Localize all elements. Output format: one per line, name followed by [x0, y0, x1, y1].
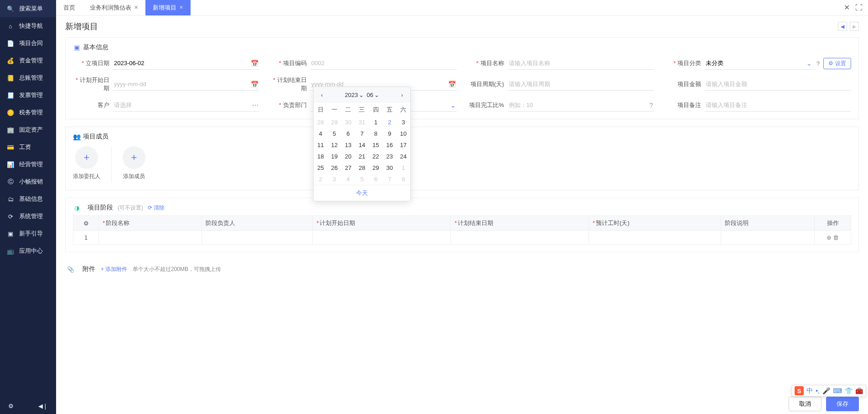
save-button[interactable]: 保存 — [826, 397, 859, 411]
sidebar-item-fixed-assets[interactable]: 🏢固定资产 — [0, 121, 56, 138]
stage-name-cell[interactable] — [99, 231, 202, 245]
sidebar-item-salary[interactable]: 💳工资 — [0, 138, 56, 156]
add-row-icon[interactable]: ⊕ — [827, 234, 832, 241]
stage-desc-cell[interactable] — [721, 231, 815, 245]
tab-profit-forecast[interactable]: 业务利润预估表✕ — [83, 0, 145, 15]
calendar-day[interactable]: 26 — [327, 162, 341, 174]
today-button[interactable]: 今天 — [356, 189, 368, 196]
calendar-day[interactable]: 5 — [327, 128, 341, 139]
tab-home[interactable]: 首页 — [56, 0, 83, 15]
add-member-button[interactable]: +添加成员 — [123, 146, 145, 180]
chevron-down-icon[interactable]: ⌄ — [806, 60, 812, 67]
calendar-day[interactable]: 8 — [397, 174, 410, 185]
help-icon[interactable]: ? — [816, 60, 820, 67]
remark-input[interactable] — [705, 99, 851, 112]
stage-start-cell[interactable] — [313, 231, 451, 245]
stage-hours-cell[interactable] — [589, 231, 721, 245]
next-record-button[interactable]: ▶ — [850, 22, 859, 31]
calendar-day[interactable]: 16 — [382, 139, 396, 151]
prev-record-button[interactable]: ◀ — [838, 22, 847, 31]
calendar-day[interactable]: 28 — [355, 162, 369, 174]
calendar-day[interactable]: 15 — [369, 139, 382, 151]
calendar-day[interactable]: 13 — [341, 139, 355, 151]
calendar-day[interactable]: 29 — [327, 117, 341, 128]
ime-keyboard-icon[interactable]: ⌨ — [833, 387, 842, 394]
ime-skin-icon[interactable]: 👕 — [845, 387, 852, 394]
calendar-icon[interactable]: 📅 — [251, 60, 258, 67]
sidebar-item-invoice[interactable]: 🧾发票管理 — [0, 87, 56, 104]
more-icon[interactable]: ⋯ — [252, 102, 258, 109]
sidebar-item-base-info[interactable]: 🗂基础信息 — [0, 190, 56, 208]
close-icon[interactable]: ✕ — [179, 5, 183, 10]
calendar-day[interactable]: 7 — [355, 128, 369, 139]
sidebar-item-system[interactable]: ⟳系统管理 — [0, 208, 56, 225]
project-code-input[interactable] — [310, 57, 457, 70]
calendar-day[interactable]: 5 — [355, 174, 369, 185]
column-settings-icon[interactable]: ⚙ — [73, 216, 99, 231]
calendar-day[interactable]: 9 — [382, 128, 396, 139]
ime-mic-icon[interactable]: 🎤 — [822, 387, 830, 394]
sidebar-item-guide[interactable]: ▣新手引导 — [0, 225, 56, 242]
stage-end-cell[interactable] — [451, 231, 589, 245]
collapse-icon[interactable]: ◀❘ — [38, 403, 48, 409]
calendar-day[interactable]: 31 — [355, 117, 369, 128]
ime-toolbox-icon[interactable]: 🧰 — [855, 387, 863, 394]
calendar-day[interactable]: 7 — [382, 174, 396, 185]
calendar-day[interactable]: 23 — [382, 151, 396, 162]
sidebar-item-funds[interactable]: 💰资金管理 — [0, 52, 56, 69]
chevron-down-icon[interactable]: ⌄ — [450, 102, 456, 109]
category-settings-button[interactable]: ⚙设置 — [823, 58, 851, 69]
project-category-select[interactable] — [705, 57, 813, 70]
delete-row-icon[interactable]: 🗑 — [833, 234, 839, 241]
calendar-day[interactable]: 4 — [341, 174, 355, 185]
tab-new-project[interactable]: 新增项目✕ — [145, 0, 191, 15]
calendar-day[interactable]: 3 — [397, 117, 410, 128]
calendar-day[interactable]: 12 — [327, 139, 341, 151]
cancel-button[interactable]: 取消 — [789, 397, 822, 411]
sidebar-item-search-menu[interactable]: 🔍搜索菜单 — [0, 0, 56, 17]
calendar-day[interactable]: 6 — [369, 174, 382, 185]
creation-date-input[interactable] — [113, 57, 259, 70]
plan-start-date-input[interactable] — [113, 78, 259, 91]
customer-select[interactable] — [113, 99, 259, 112]
sidebar-item-quick-nav[interactable]: ⌂快捷导航 — [0, 17, 56, 35]
calendar-day[interactable]: 1 — [369, 117, 382, 128]
calendar-day[interactable]: 19 — [327, 151, 341, 162]
calendar-day[interactable]: 11 — [314, 139, 327, 151]
calendar-day[interactable]: 20 — [341, 151, 355, 162]
calendar-day[interactable]: 8 — [369, 128, 382, 139]
prev-month-button[interactable]: ‹ — [318, 91, 326, 99]
sidebar-item-ledger[interactable]: 📒总账管理 — [0, 69, 56, 87]
completion-input[interactable] — [508, 99, 654, 112]
calendar-day[interactable]: 2 — [382, 117, 396, 128]
next-month-button[interactable]: › — [398, 91, 406, 99]
month-select[interactable]: 06 ⌄ — [367, 92, 379, 98]
calendar-day[interactable]: 17 — [397, 139, 410, 151]
ime-lang[interactable]: 中 — [806, 387, 813, 395]
calendar-day[interactable]: 6 — [341, 128, 355, 139]
add-attachment-button[interactable]: + 添加附件 — [101, 266, 127, 273]
close-icon[interactable]: ✕ — [134, 5, 138, 10]
add-owner-button[interactable]: +添加委托人 — [73, 146, 100, 180]
calendar-day[interactable]: 21 — [355, 151, 369, 162]
project-cycle-input[interactable] — [508, 78, 654, 91]
ime-toolbar[interactable]: S 中 •, 🎤 ⌨ 👕 🧰 — [791, 385, 866, 397]
fullscreen-icon[interactable]: ⛶ — [855, 4, 863, 12]
ime-punct-icon[interactable]: •, — [816, 387, 820, 394]
calendar-day[interactable]: 4 — [314, 128, 327, 139]
sidebar-item-tax[interactable]: 🪙税务管理 — [0, 104, 56, 121]
sidebar-item-project-contract[interactable]: 📄项目合同 — [0, 35, 56, 52]
year-select[interactable]: 2023 ⌄ — [345, 92, 364, 98]
close-panel-icon[interactable]: ✕ — [844, 3, 850, 12]
calendar-day[interactable]: 1 — [397, 162, 410, 174]
calendar-day[interactable]: 30 — [382, 162, 396, 174]
settings-icon[interactable]: ⚙ — [8, 403, 14, 409]
calendar-day[interactable]: 18 — [314, 151, 327, 162]
sidebar-item-app-center[interactable]: 📺应用中心 — [0, 242, 56, 260]
calendar-day[interactable]: 24 — [397, 151, 410, 162]
calendar-day[interactable]: 27 — [341, 162, 355, 174]
calendar-day[interactable]: 10 — [397, 128, 410, 139]
calendar-day[interactable]: 25 — [314, 162, 327, 174]
calendar-day[interactable]: 28 — [314, 117, 327, 128]
sidebar-item-operations[interactable]: 📊经营管理 — [0, 156, 56, 173]
